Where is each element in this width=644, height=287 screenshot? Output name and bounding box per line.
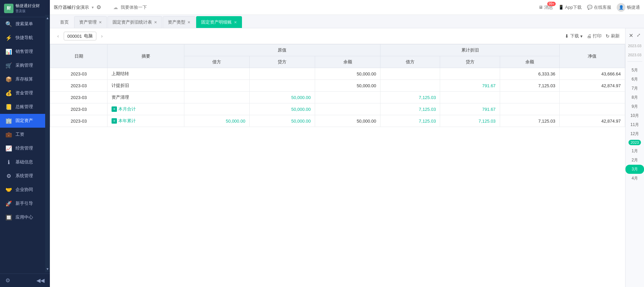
app-download-btn[interactable]: 📱 App下载	[558, 4, 582, 10]
tab-home-label: 首页	[60, 19, 69, 25]
col-accum-debit: 借方	[380, 56, 440, 68]
sidebar-item-quick-nav[interactable]: ⚡ 快捷导航	[0, 31, 50, 45]
month-11[interactable]: 11月	[625, 120, 644, 129]
tab-home[interactable]: 首页	[55, 17, 73, 28]
sidebar-item-basic-info[interactable]: ℹ 基础信息	[0, 155, 50, 169]
sidebar-item-finance[interactable]: 💰 资金管理	[0, 86, 50, 100]
col-summary: 摘要	[108, 44, 184, 68]
month-4[interactable]: 4月	[625, 174, 644, 183]
sidebar-item-sales[interactable]: 📊 销售管理	[0, 45, 50, 59]
table-cell: 42,874.97	[559, 115, 625, 127]
sidebar-item-app-center[interactable]: 🔲 应用中心	[0, 211, 50, 224]
notification-badge: 99+	[547, 2, 556, 6]
dropdown-icon[interactable]: ▾	[92, 5, 94, 10]
month-10[interactable]: 10月	[625, 111, 644, 120]
sidebar-item-system[interactable]: ⚙ 系统管理	[0, 169, 50, 183]
topbar-right: 🖥 消息 99+ 📱 App下载 💬 在线客服 👤 畅捷通	[539, 3, 640, 12]
sidebar-item-payroll[interactable]: 💼 工资	[0, 128, 50, 141]
table-cell	[184, 68, 249, 80]
table-cell: 50,000.00	[315, 68, 380, 80]
tab-asset-detail[interactable]: 固定资产明细账 ✕	[196, 16, 242, 28]
month-3[interactable]: 3月	[625, 165, 644, 174]
col-accum-balance: 余额	[500, 56, 559, 68]
table-cell: 7,125.03	[500, 115, 559, 127]
experience-text[interactable]: 我要体验一下	[121, 4, 147, 10]
data-table: 日期 摘要 原值 累计折旧 净值 借方 贷方 余额 借方 贷方 余额	[50, 44, 625, 287]
col-accum-credit: 贷方	[440, 56, 500, 68]
month-12[interactable]: 12月	[625, 129, 644, 138]
sidebar-item-operations[interactable]: 📈 经营管理	[0, 141, 50, 155]
refresh-icon: ↻	[606, 33, 610, 39]
sidebar-scroll-down[interactable]: ▼	[46, 267, 49, 271]
col-original-value: 原值	[184, 44, 380, 56]
settings-bottom-icon[interactable]: ⚙	[5, 277, 10, 284]
user-area[interactable]: 👤 畅捷通	[617, 3, 640, 12]
experience-icon: ☁	[113, 5, 118, 10]
download-btn[interactable]: ⬇ 下载 ▾	[565, 33, 583, 39]
next-asset-btn[interactable]: ›	[99, 33, 105, 39]
col-orig-balance: 余额	[315, 56, 380, 68]
sidebar-item-ledger[interactable]: 📒 总账管理	[0, 100, 50, 114]
toolbar-right: ⬇ 下载 ▾ 🖨 打印 ↻ 刷新	[565, 33, 620, 39]
table-area: ‹ 000001 电脑 › ⬇ 下载 ▾ 🖨 打印	[50, 28, 625, 287]
month-1[interactable]: 1月	[625, 147, 644, 156]
tab-asset-type-close[interactable]: ✕	[187, 20, 190, 25]
tab-asset-detail-close[interactable]: ✕	[234, 20, 237, 25]
panel-close-btn[interactable]: ✕	[627, 31, 635, 40]
col-net-value: 净值	[559, 44, 625, 68]
tab-asset-type[interactable]: 资产类型 ✕	[163, 16, 195, 28]
sales-icon: 📊	[5, 49, 12, 55]
table-cell: 50,000.00	[315, 115, 380, 127]
table-row: 2023-03资产清理50,000.007,125.03	[50, 92, 625, 103]
prev-asset-btn[interactable]: ‹	[55, 33, 61, 39]
service-icon: 💬	[587, 5, 592, 10]
panel-expand-btn[interactable]: ⤢	[635, 31, 642, 40]
table-cell	[184, 80, 249, 92]
sidebar-item-inventory[interactable]: 📦 库存核算	[0, 72, 50, 86]
fixed-assets-icon: 🏢	[5, 118, 12, 124]
month-9[interactable]: 9月	[625, 102, 644, 111]
tab-asset-mgmt-close[interactable]: ✕	[99, 20, 102, 25]
col-accumulated: 累计折旧	[380, 44, 560, 56]
month-5[interactable]: 5月	[625, 66, 644, 75]
sidebar-logo: 财 畅捷通好业财 普及版	[0, 0, 50, 17]
col-orig-debit: 借方	[184, 56, 249, 68]
collapse-icon[interactable]: ◀◀	[36, 277, 44, 284]
topbar: 医疗器械行业演示 ▾ ⚙ ☁ 我要体验一下 🖥 消息 99+ 📱 App下载 💬…	[50, 0, 644, 15]
sidebar-item-guide[interactable]: 🚀 新手引导	[0, 197, 50, 211]
table-cell: 7,125.03	[500, 80, 559, 92]
table-cell: 42,874.97	[559, 80, 625, 92]
month-2[interactable]: 2月	[625, 156, 644, 165]
table-row: 2023-03计提折旧50,000.00791.677,125.0342,874…	[50, 80, 625, 92]
table-row: 2023-03≡本月合计50,000.007,125.03791.67	[50, 103, 625, 115]
table-cell	[315, 103, 380, 115]
print-btn[interactable]: 🖨 打印	[587, 33, 602, 39]
month-6[interactable]: 6月	[625, 75, 644, 84]
table-cell: 2023-03	[50, 92, 108, 103]
table-cell: 791.67	[440, 103, 500, 115]
sidebar-item-fixed-assets[interactable]: 🏢 固定资产	[0, 114, 50, 128]
month-8[interactable]: 8月	[625, 93, 644, 102]
sidebar-item-search[interactable]: 🔍 搜索菜单	[0, 17, 50, 31]
logo-icon: 财	[4, 4, 13, 13]
settings-icon[interactable]: ⚙	[96, 4, 101, 10]
tab-asset-mgmt[interactable]: 资产管理 ✕	[74, 16, 107, 28]
notifications-btn[interactable]: 🖥 消息 99+	[539, 4, 553, 10]
sidebar-scroll-up[interactable]: ▲	[46, 16, 49, 20]
tab-depreciation[interactable]: 固定资产折旧统计表 ✕	[108, 16, 162, 28]
sidebar-bottom: ⚙ ◀◀	[0, 274, 50, 287]
content-area: ‹ 000001 电脑 › ⬇ 下载 ▾ 🖨 打印	[50, 28, 644, 287]
table-cell: 50,000.00	[249, 92, 315, 103]
tab-depreciation-close[interactable]: ✕	[154, 20, 157, 25]
guide-icon: 🚀	[5, 200, 12, 207]
refresh-btn[interactable]: ↻ 刷新	[606, 33, 620, 39]
topbar-left: 医疗器械行业演示 ▾ ⚙ ☁ 我要体验一下	[54, 4, 535, 10]
search-icon: 🔍	[5, 21, 12, 27]
sidebar-item-purchase[interactable]: 🛒 采购管理	[0, 59, 50, 72]
month-7[interactable]: 7月	[625, 84, 644, 93]
tab-depreciation-label: 固定资产折旧统计表	[113, 19, 152, 25]
sidebar-item-enterprise[interactable]: 🤝 企业协同	[0, 183, 50, 197]
table-cell	[184, 103, 249, 115]
online-service-btn[interactable]: 💬 在线客服	[587, 4, 611, 10]
table-cell	[249, 80, 315, 92]
